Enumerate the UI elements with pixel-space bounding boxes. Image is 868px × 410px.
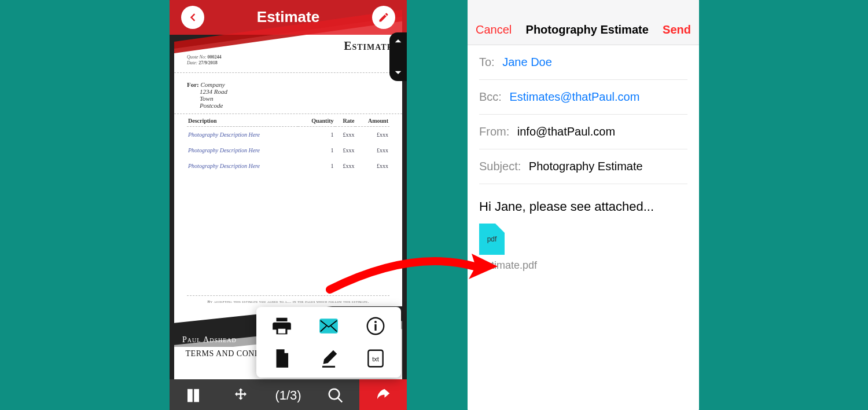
book-icon [185, 387, 202, 404]
edit-button[interactable] [372, 6, 395, 29]
table-row: Photography Description Here 1 £xxx £xxx [187, 142, 389, 158]
mail-title: Photography Estimate [526, 23, 649, 36]
doc-meta: Quote No: 000244 Date: 27/9/2018 [187, 54, 222, 66]
popup-txt-button[interactable]: txt [354, 347, 396, 369]
move-icon [232, 387, 249, 404]
popup-sign-button[interactable] [308, 347, 350, 369]
mail-attachment[interactable]: pdf Estimate.pdf [468, 218, 699, 277]
share-button[interactable] [359, 379, 407, 410]
txt-icon: txt [365, 347, 387, 369]
mail-body[interactable]: Hi Jane, please see attached... [468, 184, 699, 218]
back-button[interactable] [181, 6, 204, 29]
popup-email-button[interactable] [308, 315, 350, 337]
pdf-viewer-screen: Estimate Quote No: 000244 Date: 27/9/201… [170, 0, 407, 410]
popup-export-button[interactable] [261, 347, 303, 369]
page-counter: (1/3) [264, 379, 312, 410]
to-field[interactable]: To: Jane Doe [479, 45, 687, 80]
mail-icon [318, 315, 340, 337]
svg-rect-0 [319, 319, 338, 333]
search-icon [327, 387, 344, 404]
from-field[interactable]: From: info@thatPaul.com [479, 115, 687, 149]
mail-topbar: Cancel Photography Estimate Send [468, 0, 699, 45]
search-button[interactable] [312, 379, 359, 410]
doc-author: Paul Adshead [182, 335, 237, 345]
export-doc-icon [271, 347, 293, 369]
cancel-button[interactable]: Cancel [476, 23, 512, 36]
bcc-field[interactable]: Bcc: Estimates@thatPaul.com [479, 80, 687, 115]
viewer-topbar: Estimate [170, 0, 407, 35]
doc-for-block: For: Company 1234 Road Town Postcode [174, 73, 402, 114]
library-button[interactable] [170, 379, 217, 410]
th-amount: Amount [355, 114, 389, 127]
chevron-down-icon [393, 67, 403, 76]
subject-field[interactable]: Subject: Photography Estimate [479, 149, 687, 184]
mail-fields: To: Jane Doe Bcc: Estimates@thatPaul.com… [468, 45, 699, 184]
pen-icon [318, 347, 340, 369]
share-popup: txt [256, 307, 401, 378]
table-row: Photography Description Here 1 £xxx £xxx [187, 158, 389, 174]
chevron-up-icon [393, 37, 403, 46]
send-button[interactable]: Send [663, 23, 691, 36]
page-scroll-hint[interactable] [389, 32, 407, 81]
doc-accept-text: By accepting this estimate you agree to … [187, 299, 389, 304]
svg-rect-3 [374, 324, 376, 331]
popup-print-button[interactable] [261, 315, 303, 337]
table-row: Photography Description Here 1 £xxx £xxx [187, 127, 389, 143]
print-icon [271, 315, 293, 337]
share-icon [374, 387, 392, 404]
th-rate: Rate [335, 114, 356, 127]
navigate-button[interactable] [217, 379, 264, 410]
viewer-title: Estimate [257, 8, 319, 26]
attachment-filename: Estimate.pdf [479, 259, 687, 272]
info-icon [365, 315, 387, 337]
mail-compose-screen: Cancel Photography Estimate Send To: Jan… [468, 0, 699, 410]
doc-line-items: Description Quantity Rate Amount Photogr… [187, 114, 389, 174]
pdf-file-icon: pdf [479, 224, 505, 255]
doc-heading: Estimate [344, 39, 393, 53]
th-description: Description [187, 114, 298, 127]
th-quantity: Quantity [298, 114, 334, 127]
viewer-bottombar: (1/3) [170, 379, 407, 410]
popup-info-button[interactable] [354, 315, 396, 337]
svg-text:txt: txt [372, 356, 379, 363]
svg-point-2 [374, 321, 377, 323]
